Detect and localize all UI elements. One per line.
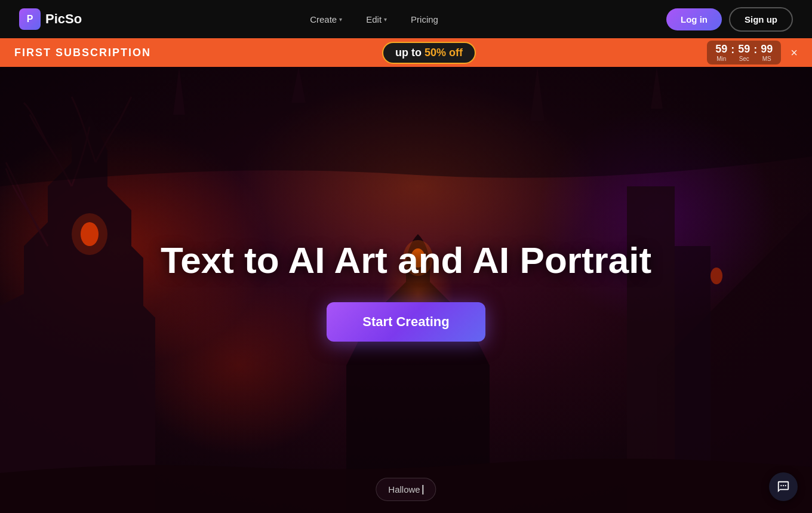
countdown-min: 59 Min: [715, 43, 727, 63]
logo-icon: P: [19, 8, 41, 30]
nav-item-edit[interactable]: Edit ▾: [356, 10, 396, 29]
chevron-down-icon: ▾: [384, 16, 387, 23]
countdown-min-value: 59: [715, 43, 727, 56]
promo-banner: FIRST SUBSCRIPTION up to 50% off 59 Min …: [0, 38, 812, 67]
nav-item-pricing[interactable]: Pricing: [401, 10, 448, 29]
hero-section: Text to AI Art and AI Portrait Start Cre…: [0, 67, 812, 513]
countdown-sep-1: :: [731, 44, 734, 56]
nav-item-create[interactable]: Create ▾: [300, 10, 352, 29]
promo-badge[interactable]: up to 50% off: [382, 42, 476, 64]
navbar-actions: Log in Sign up: [666, 7, 793, 32]
nav-links: Create ▾ Edit ▾ Pricing: [300, 10, 448, 29]
promo-badge-highlight: 50% off: [425, 47, 463, 59]
logo-text: PicSo: [45, 11, 82, 27]
logo[interactable]: P PicSo: [19, 8, 82, 30]
hero-bottom-input: Hallowe: [376, 478, 436, 501]
chevron-down-icon: ▾: [339, 16, 342, 23]
countdown-sec: 59 Sec: [738, 43, 750, 63]
login-button[interactable]: Log in: [666, 8, 722, 30]
promo-text: FIRST SUBSCRIPTION: [14, 47, 151, 59]
countdown-ms-label: MS: [762, 56, 771, 62]
start-creating-button[interactable]: Start Creating: [327, 302, 485, 342]
countdown-sec-label: Sec: [739, 56, 749, 62]
chat-icon: [777, 480, 790, 493]
countdown-ms-value: 99: [761, 43, 773, 56]
svg-point-14: [783, 485, 784, 486]
svg-point-13: [780, 485, 782, 486]
countdown-min-label: Min: [716, 56, 726, 62]
promo-badge-prefix: up to: [395, 47, 425, 59]
hero-content: Text to AI Art and AI Portrait Start Cre…: [0, 67, 812, 513]
navbar: P PicSo Create ▾ Edit ▾ Pricing Log in S…: [0, 0, 812, 38]
hero-title: Text to AI Art and AI Portrait: [161, 238, 651, 282]
promo-right: 59 Min : 59 Sec : 99 MS ×: [707, 41, 798, 65]
promo-close-button[interactable]: ×: [791, 46, 798, 60]
countdown-sec-value: 59: [738, 43, 750, 56]
signup-button[interactable]: Sign up: [729, 7, 793, 32]
svg-point-15: [785, 485, 786, 486]
countdown-ms: 99 MS: [761, 43, 773, 63]
text-pill-value: Hallowe: [388, 484, 420, 494]
text-pill[interactable]: Hallowe: [376, 478, 436, 501]
text-cursor: [423, 485, 424, 494]
countdown-sep-2: :: [753, 44, 757, 56]
chat-button[interactable]: [769, 472, 798, 501]
countdown: 59 Min : 59 Sec : 99 MS: [707, 41, 781, 65]
